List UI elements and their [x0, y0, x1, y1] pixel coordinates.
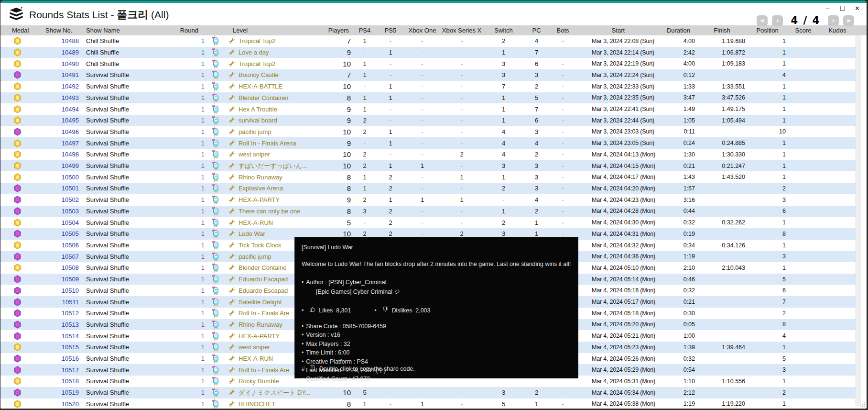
table-row[interactable]: 10499 Survival Shuffle 1 すぱいだーすっぱいん... 1…	[0, 160, 856, 172]
table-row[interactable]: 10490 Chill Shuffle 1 Tropical Top2 10 1…	[0, 58, 856, 69]
table-row[interactable]: 10491 Survival Shuffle 1 Bouncy Castle 7…	[0, 69, 856, 81]
show-no-link[interactable]: 10510	[34, 285, 80, 296]
show-no-link[interactable]: 10512	[34, 308, 80, 319]
column-header-ps4[interactable]: PS4	[353, 25, 377, 35]
next-page-button[interactable]: ›	[828, 15, 839, 26]
minimize-button[interactable]: –	[824, 4, 831, 13]
table-row[interactable]: 10498 Survival Shuffle 1 west sniper 10 …	[0, 149, 856, 160]
column-header-xbox-series-x[interactable]: Xbox Series X	[440, 25, 483, 35]
table-row[interactable]: 10502 Survival Shuffle 1 HEX-A-PARTY 9 2…	[0, 194, 856, 206]
column-header-icon[interactable]	[206, 25, 223, 35]
show-no-link[interactable]: 10519	[34, 387, 80, 399]
show-no-link[interactable]: 10488	[34, 35, 80, 47]
first-page-button[interactable]: «	[757, 15, 768, 26]
table-row[interactable]: 10488 Chill Shuffle 1 Tropical Top2 7 1 …	[0, 35, 856, 47]
level-link[interactable]: ダイナミクスビート DY...	[223, 387, 316, 399]
level-link[interactable]: Hex A Trouble	[223, 103, 316, 115]
show-no-link[interactable]: 10513	[34, 319, 80, 331]
table-row[interactable]: 10519 Survival Shuffle 1 ダイナミクスビート DY...…	[0, 387, 856, 399]
column-header-kudos[interactable]: Kudos	[819, 25, 856, 35]
level-link[interactable]: HEX-A-BATTLE	[223, 81, 316, 92]
table-row[interactable]: 10494 Survival Shuffle 1 Hex A Trouble 9…	[0, 103, 856, 115]
table-row[interactable]: 10500 Survival Shuffle 1 Rhino Runaway 8…	[0, 171, 856, 183]
show-no-link[interactable]: 10493	[34, 92, 80, 104]
column-header-pc[interactable]: PC	[524, 25, 549, 35]
level-link[interactable]: Tropical Top2	[223, 58, 316, 69]
show-no-link[interactable]: 10515	[34, 342, 80, 353]
show-no-link[interactable]: 10489	[34, 47, 80, 58]
show-no-link[interactable]: 10517	[34, 364, 80, 376]
level-link[interactable]: pacific jump	[223, 126, 316, 138]
resize-grip[interactable]	[859, 401, 866, 408]
level-link[interactable]: west sniper	[223, 149, 316, 160]
column-header-show-name[interactable]: Show Name	[80, 25, 176, 35]
column-header-show-no[interactable]: Show No.	[34, 25, 80, 35]
show-no-link[interactable]: 10506	[34, 240, 80, 251]
show-no-link[interactable]: 10500	[34, 171, 80, 183]
show-no-link[interactable]: 10494	[34, 103, 80, 115]
show-no-link[interactable]: 10504	[34, 217, 80, 228]
table-row[interactable]: 10520 Survival Shuffle 1 RHINOCHET 8 1 -…	[0, 399, 856, 410]
show-no-link[interactable]: 10518	[34, 376, 80, 387]
last-page-button[interactable]: »	[843, 15, 854, 26]
show-no-link[interactable]: 10514	[34, 330, 80, 342]
show-no-link[interactable]: 10490	[34, 58, 80, 69]
column-header-finish[interactable]: Finish	[697, 25, 747, 35]
level-link[interactable]: RHINOCHET	[223, 399, 316, 410]
table-row[interactable]: 10496 Survival Shuffle 1 pacific jump 10…	[0, 126, 856, 138]
level-link[interactable]: Blender Container	[223, 92, 316, 104]
column-header-round[interactable]: Round	[176, 25, 206, 35]
table-row[interactable]: 10503 Survival Shuffle 1 There can only …	[0, 206, 856, 217]
column-header-switch[interactable]: Switch	[483, 25, 524, 35]
level-link[interactable]: survival board	[223, 115, 316, 126]
tooltip-stats: •Share Code : 0585-7009-6459•Version : v…	[302, 322, 571, 384]
column-header-score[interactable]: Score	[788, 25, 819, 35]
table-row[interactable]: 10489 Chill Shuffle 1 Love a day 9 - 1 -…	[0, 47, 856, 58]
column-header-start[interactable]: Start	[576, 25, 660, 35]
table-row[interactable]: 10501 Survival Shuffle 1 Explosive Arena…	[0, 183, 856, 194]
column-header-medal[interactable]: Medal	[0, 25, 34, 35]
show-no-link[interactable]: 10497	[34, 137, 80, 149]
table-row[interactable]: 10504 Survival Shuffle 1 HEX-A-RUN 5 - 2…	[0, 217, 856, 228]
show-no-link[interactable]: 10516	[34, 353, 80, 365]
column-header-bots[interactable]: Bots	[549, 25, 576, 35]
show-no-link[interactable]: 10505	[34, 228, 80, 240]
column-header-xbox-one[interactable]: Xbox One	[404, 25, 440, 35]
show-no-link[interactable]: 10509	[34, 274, 80, 285]
level-link[interactable]: すぱいだーすっぱいん...	[223, 160, 316, 172]
show-no-link[interactable]: 10498	[34, 149, 80, 160]
show-no-link[interactable]: 10492	[34, 81, 80, 92]
show-no-link[interactable]: 10501	[34, 183, 80, 194]
show-no-link[interactable]: 10508	[34, 262, 80, 274]
level-link[interactable]: Roll In - Finals Arena	[223, 137, 316, 149]
level-link[interactable]: HEX-A-RUN	[223, 217, 316, 228]
show-no-link[interactable]: 10507	[34, 251, 80, 262]
column-header-position[interactable]: Position	[747, 25, 788, 35]
table-row[interactable]: 10492 Survival Shuffle 1 HEX-A-BATTLE 10…	[0, 81, 856, 92]
show-no-link[interactable]: 10511	[34, 296, 80, 308]
level-link[interactable]: Love a day	[223, 47, 316, 58]
table-row[interactable]: 10493 Survival Shuffle 1 Blender Contain…	[0, 92, 856, 104]
show-no-link[interactable]: 10495	[34, 115, 80, 126]
close-button[interactable]: ✕	[854, 4, 861, 13]
level-link[interactable]: HEX-A-PARTY	[223, 194, 316, 206]
level-link[interactable]: Explosive Arena	[223, 183, 316, 194]
level-link[interactable]: Rhino Runaway	[223, 171, 316, 183]
column-header-players[interactable]: Players	[316, 25, 353, 35]
show-no-link[interactable]: 10520	[34, 399, 80, 410]
column-header-level[interactable]: Level	[223, 25, 316, 35]
level-link[interactable]: Bouncy Castle	[223, 69, 316, 81]
show-no-link[interactable]: 10503	[34, 206, 80, 217]
column-header-duration[interactable]: Duration	[660, 25, 697, 35]
table-row[interactable]: 10495 Survival Shuffle 1 survival board …	[0, 115, 856, 126]
column-header-ps5[interactable]: PS5	[377, 25, 404, 35]
maximize-button[interactable]: ☐	[839, 4, 846, 13]
show-no-link[interactable]: 10499	[34, 160, 80, 172]
show-no-link[interactable]: 10496	[34, 126, 80, 138]
level-link[interactable]: Tropical Top2	[223, 35, 316, 47]
table-row[interactable]: 10497 Survival Shuffle 1 Roll In - Final…	[0, 137, 856, 149]
show-no-link[interactable]: 10502	[34, 194, 80, 206]
prev-page-button[interactable]: ‹	[772, 15, 783, 26]
show-no-link[interactable]: 10491	[34, 69, 80, 81]
level-link[interactable]: There can only be one	[223, 206, 316, 217]
